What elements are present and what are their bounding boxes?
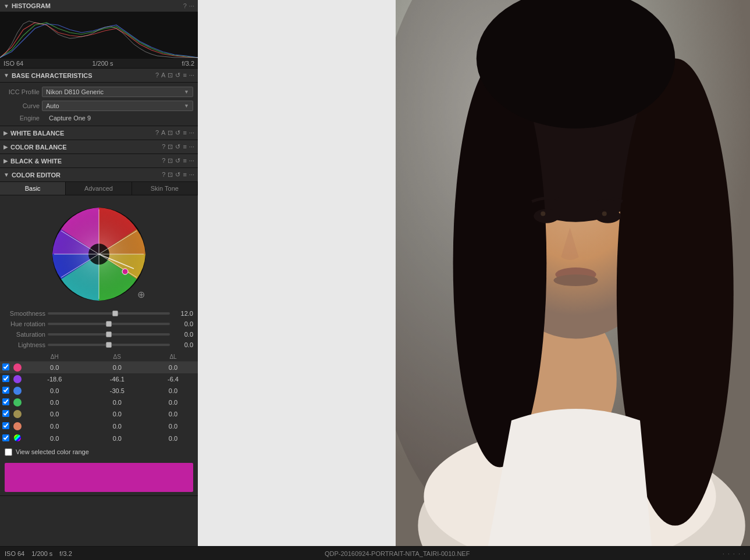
row-checkbox[interactable] bbox=[2, 434, 9, 441]
bottom-icon-4[interactable]: · bbox=[738, 550, 740, 557]
color-table-row[interactable]: 0.0-30.50.0 bbox=[0, 385, 198, 397]
bottom-icon-3[interactable]: · bbox=[733, 550, 735, 557]
histogram-collapse-arrow[interactable]: ▼ bbox=[3, 3, 9, 9]
histogram-meta: ISO 64 1/200 s f/3.2 bbox=[0, 59, 198, 68]
hue-rotation-label: Hue rotation bbox=[5, 320, 45, 327]
color-editor-header[interactable]: ▼ COLOR EDITOR ? ⊡ ↺ ≡ ··· bbox=[0, 168, 198, 182]
ce-question[interactable]: ? bbox=[162, 171, 165, 179]
ce-menu[interactable]: ≡ bbox=[183, 171, 186, 179]
bw-reset[interactable]: ↺ bbox=[175, 157, 180, 165]
color-table-row[interactable]: 0.00.00.0 bbox=[0, 362, 198, 374]
curve-dropdown[interactable]: Auto ▼ bbox=[42, 101, 193, 111]
cb-copy[interactable]: ⊡ bbox=[168, 143, 173, 151]
row-checkbox[interactable] bbox=[2, 363, 9, 370]
tab-advanced[interactable]: Advanced bbox=[66, 182, 131, 195]
hue-rotation-track[interactable] bbox=[48, 323, 170, 325]
ce-copy[interactable]: ⊡ bbox=[168, 171, 173, 179]
saturation-track[interactable] bbox=[48, 333, 170, 336]
svg-point-27 bbox=[602, 212, 607, 216]
saturation-thumb[interactable] bbox=[106, 331, 112, 337]
bw-more[interactable]: ··· bbox=[189, 157, 194, 165]
bw-question[interactable]: ? bbox=[162, 157, 165, 165]
dh-value: 0.0 bbox=[23, 408, 86, 420]
base-char-more[interactable]: ··· bbox=[189, 72, 194, 79]
row-checkbox[interactable] bbox=[2, 410, 9, 417]
wb-question[interactable]: ? bbox=[155, 129, 159, 137]
view-label: View selected color range bbox=[16, 448, 89, 455]
smoothness-thumb[interactable] bbox=[112, 311, 118, 316]
bottom-aperture: f/3.2 bbox=[59, 550, 72, 557]
cb-collapse[interactable]: ▶ bbox=[3, 144, 8, 150]
bw-header[interactable]: ▶ BLACK & WHITE ? ⊡ ↺ ≡ ··· bbox=[0, 154, 198, 168]
color-table-row[interactable]: 0.00.00.0 bbox=[0, 432, 198, 445]
color-balance-header[interactable]: ▶ COLOR BALANCE ? ⊡ ↺ ≡ ··· bbox=[0, 140, 198, 154]
histogram-question-icon[interactable]: ? bbox=[183, 2, 187, 9]
row-check-cell bbox=[0, 420, 12, 431]
ce-collapse[interactable]: ▼ bbox=[3, 172, 9, 178]
left-panel: ▼ HISTOGRAM ? ··· ISO 64 1 bbox=[0, 0, 198, 546]
col-ds: ΔS bbox=[86, 352, 149, 362]
base-characteristics-header[interactable]: ▼ BASE CHARACTERISTICS ? A ⊡ ↺ ≡ ··· bbox=[0, 69, 198, 83]
cb-reset[interactable]: ↺ bbox=[175, 143, 180, 151]
sliders-container: Smoothness 12.0 Hue rotation 0.0 Sat bbox=[0, 308, 198, 350]
base-char-copy[interactable]: A bbox=[161, 72, 165, 79]
smoothness-label: Smoothness bbox=[5, 310, 45, 317]
bottom-icon-1[interactable]: · bbox=[723, 550, 724, 557]
wb-reset[interactable]: ↺ bbox=[175, 129, 180, 137]
tab-basic[interactable]: Basic bbox=[0, 182, 66, 195]
base-char-icons: ? A ⊡ ↺ ≡ ··· bbox=[155, 72, 194, 79]
row-checkbox[interactable] bbox=[2, 387, 9, 394]
tab-skin-tone[interactable]: Skin Tone bbox=[132, 182, 198, 195]
ds-value: 0.0 bbox=[86, 408, 149, 420]
wb-more[interactable]: ··· bbox=[189, 129, 194, 137]
cb-menu[interactable]: ≡ bbox=[183, 143, 186, 151]
dl-value: 0.0 bbox=[148, 362, 198, 374]
color-wheel-wrapper[interactable]: ⊕ bbox=[49, 205, 148, 304]
bottom-icons: · · · · · bbox=[723, 550, 745, 557]
color-table-row[interactable]: 0.00.00.0 bbox=[0, 420, 198, 431]
lightness-track[interactable] bbox=[48, 344, 170, 346]
cb-question[interactable]: ? bbox=[162, 143, 165, 151]
icc-profile-row: ICC Profile Nikon D810 Generic ▼ bbox=[0, 85, 198, 99]
picker-icon[interactable]: ⊕ bbox=[137, 289, 145, 300]
color-editor-section: ▼ COLOR EDITOR ? ⊡ ↺ ≡ ··· Basic Advance… bbox=[0, 168, 198, 496]
base-char-menu[interactable]: ≡ bbox=[183, 72, 186, 79]
dl-value: 0.0 bbox=[148, 408, 198, 420]
dh-value: 0.0 bbox=[23, 362, 86, 374]
lightness-thumb[interactable] bbox=[106, 342, 112, 348]
row-checkbox[interactable] bbox=[2, 375, 9, 382]
row-checkbox[interactable] bbox=[2, 398, 9, 405]
bw-collapse[interactable]: ▶ bbox=[3, 158, 8, 164]
wb-collapse[interactable]: ▶ bbox=[3, 130, 8, 136]
hue-rotation-thumb[interactable] bbox=[106, 321, 112, 327]
base-char-question[interactable]: ? bbox=[155, 72, 159, 79]
color-table-row[interactable]: 0.00.00.0 bbox=[0, 397, 198, 408]
view-checkbox[interactable] bbox=[5, 448, 12, 456]
icc-profile-label: ICC Profile bbox=[5, 88, 40, 95]
color-swatch bbox=[13, 398, 22, 406]
histogram-more-icon[interactable]: ··· bbox=[189, 2, 194, 9]
ce-reset[interactable]: ↺ bbox=[175, 171, 180, 179]
row-checkbox[interactable] bbox=[2, 422, 9, 429]
bw-menu[interactable]: ≡ bbox=[183, 157, 186, 165]
base-char-content: ICC Profile Nikon D810 Generic ▼ Curve A… bbox=[0, 83, 198, 126]
cb-more[interactable]: ··· bbox=[189, 143, 194, 151]
ce-more[interactable]: ··· bbox=[189, 171, 194, 179]
base-char-collapse[interactable]: ▼ bbox=[3, 72, 9, 79]
white-balance-header[interactable]: ▶ WHITE BALANCE ? A ⊡ ↺ ≡ ··· bbox=[0, 126, 198, 140]
base-char-paste[interactable]: ⊡ bbox=[168, 72, 173, 79]
bottom-icon-2[interactable]: · bbox=[728, 550, 730, 557]
wb-copy[interactable]: ⊡ bbox=[168, 129, 173, 137]
icc-profile-dropdown[interactable]: Nikon D810 Generic ▼ bbox=[42, 87, 193, 97]
dh-value: -18.6 bbox=[23, 373, 86, 385]
bottom-icon-5[interactable]: · bbox=[744, 550, 745, 557]
engine-label: Engine bbox=[5, 115, 40, 122]
bw-copy[interactable]: ⊡ bbox=[168, 157, 173, 165]
lightness-label: Lightness bbox=[5, 341, 45, 348]
color-table-row[interactable]: 0.00.00.0 bbox=[0, 408, 198, 420]
wb-a[interactable]: A bbox=[161, 129, 165, 137]
wb-menu[interactable]: ≡ bbox=[183, 129, 186, 137]
color-table-row[interactable]: -18.6-46.1-6.4 bbox=[0, 373, 198, 385]
base-char-reset[interactable]: ↺ bbox=[175, 72, 180, 79]
smoothness-track[interactable] bbox=[48, 312, 170, 315]
